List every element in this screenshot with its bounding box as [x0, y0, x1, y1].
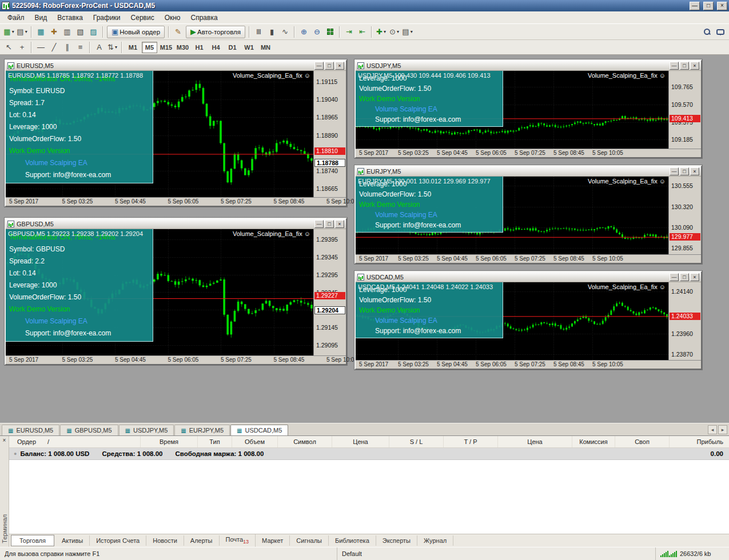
chart-restore-button[interactable]: □: [680, 273, 689, 281]
profiles-button[interactable]: ▤▾: [15, 26, 29, 38]
chart-restore-button[interactable]: □: [325, 62, 334, 70]
window-minimize-button[interactable]: —: [690, 2, 700, 10]
arrows-tool-button[interactable]: ⇅▾: [106, 41, 119, 54]
chart-close-button[interactable]: ×: [335, 62, 344, 70]
chart-shift-button[interactable]: ⇤: [356, 26, 369, 38]
chart-window-titlebar[interactable]: EURJPY,M5—□×: [356, 166, 701, 177]
column-profit[interactable]: Прибыль: [670, 436, 729, 447]
chart-close-button[interactable]: ×: [690, 62, 699, 70]
chart-tab-usdjpy[interactable]: ▦USDJPY,M5: [119, 425, 174, 435]
column-commission[interactable]: Комиссия: [572, 436, 615, 447]
price-scale[interactable]: 109.765109.570109.375109.185109.413: [668, 71, 701, 149]
menu-charts[interactable]: Графики: [88, 12, 126, 23]
terminal-close-button[interactable]: ×: [3, 437, 6, 444]
terminal-tab-signals[interactable]: Сигналы: [290, 535, 329, 546]
chart-plot-area[interactable]: Leverage: 1000VolumeOrderFlow: 1.50Work …: [356, 177, 668, 254]
zoom-out-button[interactable]: ⊖: [310, 26, 324, 38]
chart-window-usdjpy[interactable]: USDJPY,M5—□×Leverage: 1000VolumeOrderFlo…: [354, 59, 702, 158]
autotrading-button[interactable]: ▶Авто-торговля: [186, 26, 245, 38]
timeframe-m15[interactable]: M15: [158, 42, 174, 53]
column-current-price[interactable]: Цена: [498, 436, 572, 447]
terminal-button[interactable]: ▨: [87, 26, 100, 38]
horizontal-line-button[interactable]: —: [34, 41, 47, 54]
chart-tab-eurjpy[interactable]: ▦EURJPY,M5: [174, 425, 230, 435]
column-sl[interactable]: S / L: [389, 436, 444, 447]
chart-close-button[interactable]: ×: [335, 220, 344, 228]
timeframe-m1[interactable]: M1: [125, 42, 141, 53]
chart-minimize-button[interactable]: —: [670, 273, 679, 281]
profile-selector[interactable]: Default: [337, 547, 656, 560]
navigator-button[interactable]: ✚: [47, 26, 61, 38]
price-scale[interactable]: 130.555130.320130.090129.855129.977: [668, 177, 701, 254]
fibonacci-button[interactable]: ≡: [74, 41, 87, 54]
timeframe-mn[interactable]: MN: [258, 42, 273, 53]
channel-button[interactable]: ∥: [61, 41, 74, 54]
menu-tools[interactable]: Сервис: [126, 12, 160, 23]
timeframe-h1[interactable]: H1: [192, 42, 207, 53]
trendline-button[interactable]: ╱: [47, 41, 61, 54]
timeframe-w1[interactable]: W1: [241, 42, 257, 53]
chart-plot-area[interactable]: TerminalMonitor ON, 59ms, ~14msSymbol: E…: [6, 71, 313, 197]
chat-button[interactable]: [714, 26, 727, 38]
crosshair-button[interactable]: +: [15, 41, 29, 54]
terminal-tab-journal[interactable]: Журнал: [417, 535, 453, 546]
terminal-tab-assets[interactable]: Активы: [55, 535, 90, 546]
terminal-tab-market[interactable]: Маркет: [256, 535, 290, 546]
time-axis[interactable]: 5 Sep 20175 Sep 03:255 Sep 04:455 Sep 06…: [356, 149, 701, 157]
chart-restore-button[interactable]: □: [680, 62, 689, 70]
chart-window-eurjpy[interactable]: EURJPY,M5—□×Leverage: 1000VolumeOrderFlo…: [354, 165, 702, 264]
new-chart-button[interactable]: ▦▾: [2, 26, 15, 38]
timeframe-m5[interactable]: M5: [142, 42, 157, 53]
window-close-button[interactable]: ×: [717, 2, 727, 10]
bar-chart-button[interactable]: Ⅲ: [252, 26, 265, 38]
strategy-tester-button[interactable]: ▧: [74, 26, 87, 38]
tab-scroll-right-icon[interactable]: ▸: [718, 425, 727, 434]
chart-window-titlebar[interactable]: USDJPY,M5—□×: [356, 61, 701, 71]
chart-tab-usdcad[interactable]: ▦USDCAD,M5: [230, 425, 288, 435]
price-scale[interactable]: 1.191151.190401.189651.188901.187401.186…: [313, 71, 346, 197]
price-scale[interactable]: 1.293951.293451.292951.292451.291951.291…: [313, 229, 346, 355]
column-type[interactable]: Тип: [198, 436, 232, 447]
time-axis[interactable]: 5 Sep 20175 Sep 03:255 Sep 04:455 Sep 06…: [356, 254, 701, 263]
chart-minimize-button[interactable]: —: [670, 167, 679, 175]
column-order[interactable]: Ордер/: [9, 436, 141, 447]
chart-tab-gbpusd[interactable]: ▦GBPUSD,M5: [60, 425, 118, 435]
window-maximize-button[interactable]: □: [703, 2, 714, 10]
menu-file[interactable]: Файл: [2, 12, 30, 23]
chart-window-gbpusd[interactable]: GBPUSD,M5—□×TerminalMonitor ON, 79ms, ~1…: [5, 218, 347, 365]
chart-plot-area[interactable]: Leverage: 1000VolumeOrderFlow: 1.50Work …: [356, 71, 668, 149]
menu-window[interactable]: Окно: [160, 12, 186, 23]
menu-help[interactable]: Справка: [186, 12, 223, 23]
chart-tab-eurusd[interactable]: ▦EURUSD,M5: [2, 425, 59, 435]
terminal-tab-news[interactable]: Новости: [146, 535, 184, 546]
terminal-tab-library[interactable]: Библиотека: [329, 535, 376, 546]
price-scale[interactable]: 1.241401.239601.238701.24033: [668, 282, 701, 360]
chart-minimize-button[interactable]: —: [314, 220, 324, 228]
time-axis[interactable]: 5 Sep 20175 Sep 03:255 Sep 04:455 Sep 06…: [6, 197, 346, 206]
time-axis[interactable]: 5 Sep 20175 Sep 03:255 Sep 04:455 Sep 06…: [356, 360, 701, 369]
column-symbol[interactable]: Символ: [278, 436, 332, 447]
new-order-button[interactable]: ▣Новый ордер: [107, 26, 165, 38]
chart-restore-button[interactable]: □: [680, 167, 689, 175]
chart-window-titlebar[interactable]: GBPUSD,M5—□×: [6, 219, 346, 229]
column-time[interactable]: Время: [141, 436, 198, 447]
column-volume[interactable]: Объем: [232, 436, 278, 447]
chart-close-button[interactable]: ×: [690, 273, 699, 281]
chart-close-button[interactable]: ×: [690, 167, 699, 175]
chart-plot-area[interactable]: TerminalMonitor ON, 79ms, ~14msSymbol: G…: [6, 229, 313, 355]
indicators-button[interactable]: ✚▾: [375, 26, 388, 38]
menu-insert[interactable]: Вставка: [52, 12, 88, 23]
chart-plot-area[interactable]: Leverage: 1000VolumeOrderFlow: 1.50Work …: [356, 282, 668, 360]
tile-windows-button[interactable]: [324, 26, 337, 38]
market-watch-button[interactable]: ▦: [34, 26, 47, 38]
data-window-button[interactable]: ▥: [61, 26, 74, 38]
column-swap[interactable]: Своп: [615, 436, 670, 447]
menu-view[interactable]: Вид: [30, 12, 53, 23]
chart-restore-button[interactable]: □: [325, 220, 334, 228]
chart-window-titlebar[interactable]: USDCAD,M5—□×: [356, 272, 701, 282]
line-chart-button[interactable]: ∿: [278, 26, 292, 38]
search-button[interactable]: [700, 26, 714, 38]
chart-minimize-button[interactable]: —: [670, 62, 679, 70]
text-tool-button[interactable]: A: [93, 41, 106, 54]
zoom-in-button[interactable]: ⊕: [297, 26, 310, 38]
